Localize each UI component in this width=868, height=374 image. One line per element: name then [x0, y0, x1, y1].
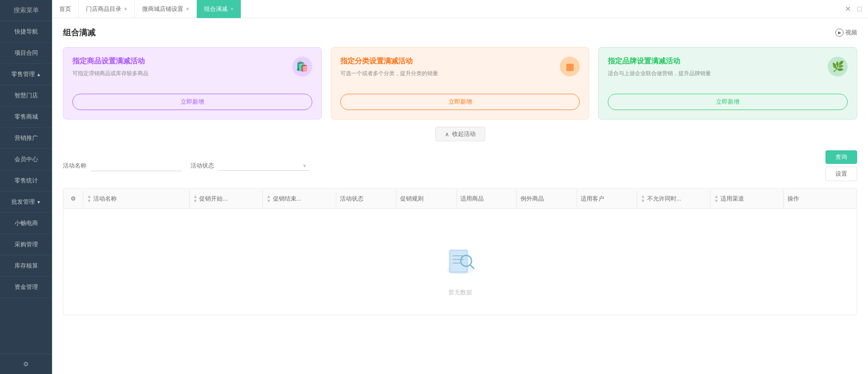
collapse-label: 收起活动 — [452, 130, 476, 138]
data-table: ⚙ ▲▼ 活动名称 ▲▼ 促销开始... ▲▼ 促销结束... 活动状态 — [63, 188, 857, 315]
tab-home-label: 首页 — [59, 5, 71, 13]
activity-name-field: 活动名称 — [63, 160, 181, 171]
activity-name-label: 活动名称 — [63, 162, 86, 170]
sidebar-item-wholesale-mgmt[interactable]: 批发管理 ▼ — [0, 192, 52, 213]
sidebar-item-purchase-mgmt[interactable]: 采购管理 — [0, 234, 52, 255]
collapse-button[interactable]: ∧ 收起活动 — [435, 127, 485, 141]
th-status: 活动状态 — [336, 190, 396, 207]
tab-store-catalog-label: 门店商品目录 — [86, 5, 121, 13]
sidebar-item-quick-nav[interactable]: 快捷导航 — [0, 21, 52, 43]
chevron-up-icon: ▲ — [37, 72, 41, 77]
brand-discount-add-button[interactable]: 立即新增 — [608, 94, 848, 110]
category-discount-title: 指定分类设置满减活动 — [340, 57, 580, 66]
sidebar-item-retail-mgmt[interactable]: 零售管理 ▲ — [0, 64, 52, 85]
empty-text: 暂无数据 — [448, 288, 472, 297]
close-icon[interactable]: × — [186, 6, 189, 12]
table-header: ⚙ ▲▼ 活动名称 ▲▼ 促销开始... ▲▼ 促销结束... 活动状态 — [63, 189, 857, 209]
collapse-up-icon: ∧ — [445, 131, 449, 138]
svg-point-8 — [463, 258, 469, 264]
video-icon: ▶ — [835, 29, 844, 37]
sidebar: 搜索菜单 快捷导航 项目合同 零售管理 ▲ 智慧门店 零售商城 营销推广 会员中… — [0, 0, 52, 374]
sidebar-search[interactable]: 搜索菜单 — [0, 0, 52, 21]
brand-discount-desc: 适合与上游企业联合做营销，提升品牌销量 — [608, 70, 848, 77]
tab-wechat-shop[interactable]: 微商城店铺设置 × — [135, 0, 197, 18]
sidebar-item-xiaochang[interactable]: 小畅电商 — [0, 213, 52, 234]
tab-combo-discount-label: 组合满减 — [204, 5, 228, 13]
th-start-date[interactable]: ▲▼ 促销开始... — [190, 190, 263, 208]
th-notallow[interactable]: ▲▼ 不允许同时... — [637, 190, 711, 208]
product-discount-title: 指定商品设置满减活动 — [72, 57, 312, 66]
sidebar-item-retail-mall[interactable]: 零售商城 — [0, 106, 52, 128]
th-except: 例外商品 — [517, 190, 577, 207]
sidebar-item-retail-stats[interactable]: 零售统计 — [0, 170, 52, 192]
maximize-icon[interactable]: □ — [855, 4, 863, 14]
tab-combo-discount[interactable]: 组合满减 × — [197, 0, 241, 18]
search-buttons: 查询 设置 — [825, 150, 857, 181]
th-action: 操作 — [784, 190, 857, 207]
sort-icon: ▲▼ — [193, 194, 198, 203]
category-discount-card: 指定分类设置满减活动 可选一个或者多个分类，提升分类的销量 ▦ 立即新增 — [331, 47, 590, 120]
th-rule: 促销规则 — [396, 190, 457, 207]
activity-name-input[interactable] — [91, 160, 181, 171]
tab-wechat-shop-label: 微商城店铺设置 — [142, 5, 183, 13]
tab-actions: ✕ □ — [839, 4, 868, 14]
activity-status-label: 活动状态 — [191, 162, 214, 170]
settings-button[interactable]: 设置 — [825, 167, 857, 181]
th-end-date[interactable]: ▲▼ 促销结束... — [263, 190, 336, 208]
page-title: 组合满减 — [63, 27, 95, 38]
tab-bar: 首页 门店商品目录 × 微商城店铺设置 × 组合满减 × ✕ □ — [52, 0, 868, 18]
product-discount-add-button[interactable]: 立即新增 — [72, 94, 312, 110]
activity-status-field: 活动状态 ∨ — [191, 161, 309, 171]
sidebar-item-member-center[interactable]: 会员中心 — [0, 149, 52, 170]
close-icon[interactable]: × — [124, 6, 127, 12]
close-icon[interactable]: × — [230, 6, 234, 12]
chevron-down-icon: ▼ — [37, 200, 41, 205]
query-button[interactable]: 查询 — [825, 150, 857, 164]
category-discount-desc: 可选一个或者多个分类，提升分类的销量 — [340, 70, 580, 77]
page-content: 组合满减 ▶ 视频 指定商品设置满减活动 可指定滞销商品或库存较多商品 🛍️ 立… — [52, 18, 868, 374]
sort-icon: ▲▼ — [641, 194, 645, 203]
brand-discount-icon: 🌿 — [828, 57, 848, 77]
close-window-icon[interactable]: ✕ — [843, 4, 853, 14]
sidebar-item-inventory[interactable]: 库存核算 — [0, 255, 52, 277]
th-gear[interactable]: ⚙ — [63, 191, 83, 206]
sort-icon: ▲▼ — [267, 194, 271, 203]
video-label: 视频 — [845, 29, 857, 37]
sidebar-item-smart-store[interactable]: 智慧门店 — [0, 85, 52, 106]
tab-store-catalog[interactable]: 门店商品目录 × — [79, 0, 135, 18]
sort-icon: ▲▼ — [714, 194, 719, 203]
page-header: 组合满减 ▶ 视频 — [63, 27, 857, 38]
category-discount-add-button[interactable]: 立即新增 — [340, 94, 580, 110]
sidebar-item-funds-mgmt[interactable]: 资金管理 — [0, 277, 52, 298]
main-content: 首页 门店商品目录 × 微商城店铺设置 × 组合满减 × ✕ □ 组合满减 ▶ … — [52, 0, 868, 374]
product-discount-card: 指定商品设置满减活动 可指定滞销商品或库存较多商品 🛍️ 立即新增 — [63, 47, 322, 120]
empty-icon — [438, 236, 483, 281]
gear-icon: ⚙ — [71, 195, 76, 202]
settings-icon[interactable]: ⚙ — [0, 354, 52, 374]
product-discount-icon: 🛍️ — [292, 57, 312, 77]
activity-cards: 指定商品设置满减活动 可指定滞销商品或库存较多商品 🛍️ 立即新增 指定分类设置… — [63, 47, 857, 120]
brand-discount-title: 指定品牌设置满减活动 — [608, 57, 848, 66]
chevron-down-icon: ∨ — [303, 163, 306, 168]
sort-icon: ▲▼ — [87, 194, 91, 203]
tab-home[interactable]: 首页 — [52, 0, 79, 18]
th-customer: 适用客户 — [577, 190, 637, 207]
activity-status-select[interactable]: ∨ — [219, 161, 309, 171]
th-goods: 适用商品 — [457, 190, 517, 207]
th-activity-name[interactable]: ▲▼ 活动名称 — [83, 190, 190, 208]
collapse-bar: ∧ 收起活动 — [63, 127, 857, 141]
search-bar: 活动名称 活动状态 ∨ 查询 设置 — [63, 150, 857, 181]
th-channel[interactable]: ▲▼ 适用渠道 — [711, 190, 784, 208]
sidebar-item-project-contract[interactable]: 项目合同 — [0, 43, 52, 64]
brand-discount-card: 指定品牌设置满减活动 适合与上游企业联合做营销，提升品牌销量 🌿 立即新增 — [598, 47, 857, 120]
sidebar-item-marketing[interactable]: 营销推广 — [0, 128, 52, 149]
product-discount-desc: 可指定滞销商品或库存较多商品 — [72, 70, 312, 77]
video-link[interactable]: ▶ 视频 — [835, 29, 857, 37]
empty-state: 暂无数据 — [63, 209, 857, 315]
